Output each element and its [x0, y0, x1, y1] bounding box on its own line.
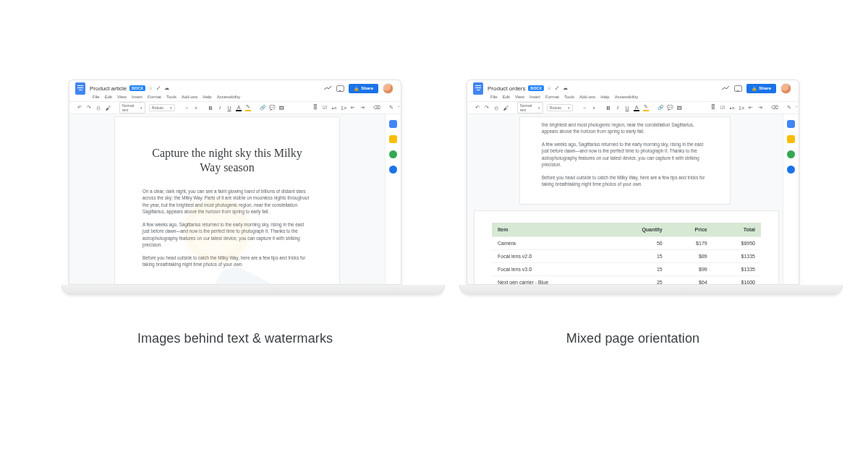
cell-price: $99 — [668, 262, 713, 275]
share-button-label: Share — [759, 86, 771, 90]
avatar[interactable] — [383, 83, 393, 94]
redo-icon[interactable]: ↷ — [86, 105, 92, 111]
font-size-decrease-icon[interactable]: − — [184, 106, 190, 111]
indent-decrease-icon[interactable]: ⇤ — [350, 105, 356, 111]
share-button[interactable]: 🔒 Share — [349, 84, 378, 93]
paragraph-style-dropdown[interactable]: Normal text▾ — [119, 102, 145, 113]
comment-icon[interactable] — [734, 85, 742, 92]
cloud-icon[interactable]: ☁ — [563, 85, 568, 91]
bold-icon[interactable]: B — [605, 106, 611, 111]
font-size-increase-icon[interactable]: + — [193, 106, 199, 111]
keep-icon[interactable] — [389, 135, 397, 143]
menu-format[interactable]: Format — [545, 95, 559, 99]
trend-icon[interactable] — [721, 85, 730, 91]
text-color-icon[interactable]: A — [634, 105, 639, 111]
undo-icon[interactable]: ↶ — [77, 105, 82, 111]
share-button[interactable]: 🔒 Share — [746, 84, 776, 93]
menu-accessibility[interactable]: Accessibility — [217, 95, 241, 99]
star-icon[interactable]: ☆ — [547, 85, 551, 91]
bulleted-list-icon[interactable]: •≡ — [729, 106, 735, 111]
menu-edit[interactable]: Edit — [503, 95, 510, 99]
avatar[interactable] — [780, 83, 791, 94]
star-icon[interactable]: ☆ — [148, 85, 153, 91]
menu-view[interactable]: View — [515, 95, 524, 99]
redo-icon[interactable]: ↷ — [484, 105, 490, 111]
paint-format-icon[interactable]: 🖌 — [503, 106, 509, 111]
numbered-list-icon[interactable]: 1≡ — [341, 106, 346, 111]
indent-increase-icon[interactable]: ⇥ — [757, 105, 763, 111]
numbered-list-icon[interactable]: 1≡ — [739, 106, 744, 111]
calendar-icon[interactable] — [787, 120, 795, 128]
calendar-icon[interactable] — [389, 120, 397, 128]
editing-mode-icon[interactable]: ✎ — [786, 105, 792, 111]
table-row: Camera50$179$8950 — [492, 236, 761, 249]
docs-logo-icon[interactable] — [75, 82, 85, 95]
document-title[interactable]: Product article — [90, 85, 127, 92]
link-icon[interactable]: 🔗 — [260, 105, 265, 111]
docs-logo-icon[interactable] — [473, 82, 483, 95]
trend-icon[interactable] — [323, 85, 332, 91]
laptop-base — [61, 285, 445, 295]
bulleted-list-icon[interactable]: •≡ — [331, 106, 337, 111]
font-size-increase-icon[interactable]: + — [591, 106, 597, 111]
checklist-icon[interactable]: ☑ — [720, 105, 726, 111]
highlight-icon[interactable]: ✎ — [245, 105, 251, 111]
underline-icon[interactable]: U — [226, 106, 232, 111]
cloud-icon[interactable]: ☁ — [164, 85, 169, 91]
font-dropdown[interactable]: Roboto▾ — [149, 104, 175, 111]
menu-help[interactable]: Help — [203, 95, 211, 99]
insert-image-icon[interactable]: 🖼 — [676, 106, 682, 111]
menu-addons[interactable]: Add-ons — [182, 95, 197, 99]
menu-file[interactable]: File — [93, 95, 100, 99]
indent-decrease-icon[interactable]: ⇤ — [748, 105, 754, 111]
clear-formatting-icon[interactable]: ⌫ — [772, 105, 778, 111]
menu-edit[interactable]: Edit — [105, 95, 112, 99]
menu-format[interactable]: Format — [148, 95, 161, 99]
document-canvas[interactable]: Capture the night sky this Milky Way sea… — [69, 114, 385, 284]
keep-icon[interactable] — [787, 135, 795, 143]
menu-accessibility[interactable]: Accessibility — [615, 95, 639, 99]
editing-mode-icon[interactable]: ✎ — [388, 105, 394, 111]
menu-addons[interactable]: Add-ons — [579, 95, 595, 99]
paint-format-icon[interactable]: 🖌 — [105, 106, 111, 111]
comment-icon[interactable] — [336, 85, 344, 92]
highlight-icon[interactable]: ✎ — [643, 105, 649, 111]
menu-insert[interactable]: Insert — [132, 95, 142, 99]
menu-view[interactable]: View — [117, 95, 127, 99]
clear-formatting-icon[interactable]: ⌫ — [374, 105, 380, 111]
move-icon[interactable]: ⤢ — [555, 85, 559, 91]
document-canvas[interactable]: the brightest and most photogenic region… — [467, 114, 783, 284]
italic-icon[interactable]: I — [615, 105, 621, 111]
menu-help[interactable]: Help — [600, 95, 609, 99]
add-comment-icon[interactable]: 💬 — [269, 105, 275, 111]
font-dropdown[interactable]: Roboto▾ — [547, 104, 573, 111]
print-icon[interactable]: ⎙ — [95, 106, 101, 111]
indent-increase-icon[interactable]: ⇥ — [359, 105, 365, 111]
undo-icon[interactable]: ↶ — [475, 105, 480, 111]
contacts-icon[interactable] — [787, 166, 795, 174]
paragraph-style-dropdown[interactable]: Normal text▾ — [517, 102, 543, 113]
document-title[interactable]: Product orders — [488, 85, 525, 92]
contacts-icon[interactable] — [389, 166, 397, 174]
print-icon[interactable]: ⎙ — [493, 106, 499, 111]
font-size-decrease-icon[interactable]: − — [582, 106, 587, 111]
menu-tools[interactable]: Tools — [166, 95, 176, 99]
checklist-icon[interactable]: ☑ — [322, 105, 328, 111]
underline-icon[interactable]: U — [624, 106, 630, 111]
menu-file[interactable]: File — [490, 95, 498, 99]
line-spacing-icon[interactable]: ≣ — [710, 105, 716, 111]
menu-insert[interactable]: Insert — [529, 95, 540, 99]
hide-menus-icon[interactable]: ˆ — [796, 105, 798, 111]
insert-image-icon[interactable]: 🖼 — [278, 106, 284, 111]
add-comment-icon[interactable]: 💬 — [667, 105, 673, 111]
move-icon[interactable]: ⤢ — [156, 85, 161, 91]
hide-menus-icon[interactable]: ˆ — [398, 105, 400, 111]
menu-tools[interactable]: Tools — [564, 95, 574, 99]
link-icon[interactable]: 🔗 — [658, 105, 663, 111]
bold-icon[interactable]: B — [208, 106, 213, 111]
text-color-icon[interactable]: A — [236, 105, 242, 111]
italic-icon[interactable]: I — [217, 105, 223, 111]
line-spacing-icon[interactable]: ≣ — [312, 105, 318, 111]
tasks-icon[interactable] — [389, 150, 397, 158]
tasks-icon[interactable] — [787, 150, 795, 158]
